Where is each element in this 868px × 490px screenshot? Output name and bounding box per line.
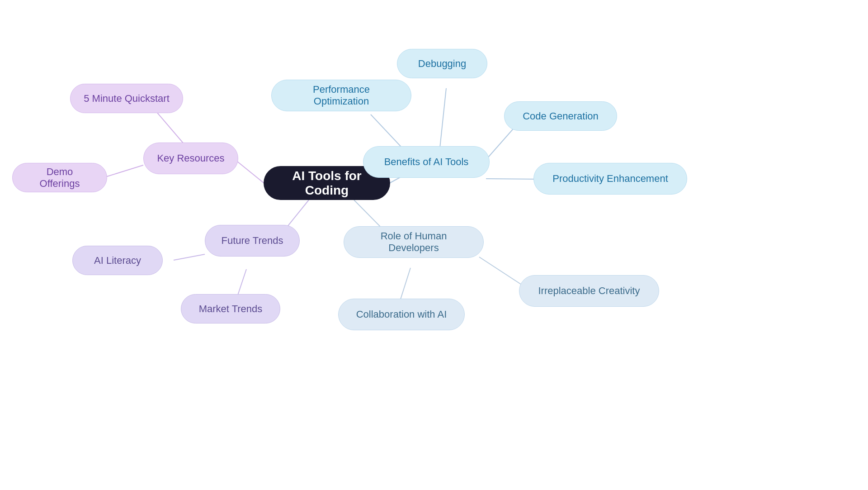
irreplaceable-creativity-node[interactable]: Irreplaceable Creativity [519, 275, 659, 307]
svg-line-9 [174, 254, 205, 260]
future-trends-node[interactable]: Future Trends [205, 225, 300, 257]
market-trends-node[interactable]: Market Trends [181, 294, 280, 323]
productivity-enhancement-node[interactable]: Productivity Enhancement [533, 163, 687, 195]
svg-line-5 [235, 160, 264, 183]
collaboration-with-ai-node[interactable]: Collaboration with AI [338, 299, 465, 330]
ai-literacy-node[interactable]: AI Literacy [72, 246, 163, 275]
svg-line-4 [486, 179, 540, 179]
key-resources-node[interactable]: Key Resources [143, 143, 238, 174]
code-generation-node[interactable]: Code Generation [504, 101, 617, 131]
demo-offerings-node[interactable]: Demo Offerings [12, 163, 107, 192]
role-of-human-developers-node[interactable]: Role of Human Developers [344, 226, 484, 258]
svg-line-12 [479, 257, 522, 285]
performance-optimization-node[interactable]: Performance Optimization [271, 80, 411, 111]
svg-line-7 [103, 165, 143, 178]
debugging-node[interactable]: Debugging [397, 49, 487, 78]
five-minute-quickstart-node[interactable]: 5 Minute Quickstart [70, 84, 183, 113]
benefits-of-ai-tools-node[interactable]: Benefits of AI Tools [363, 146, 490, 178]
